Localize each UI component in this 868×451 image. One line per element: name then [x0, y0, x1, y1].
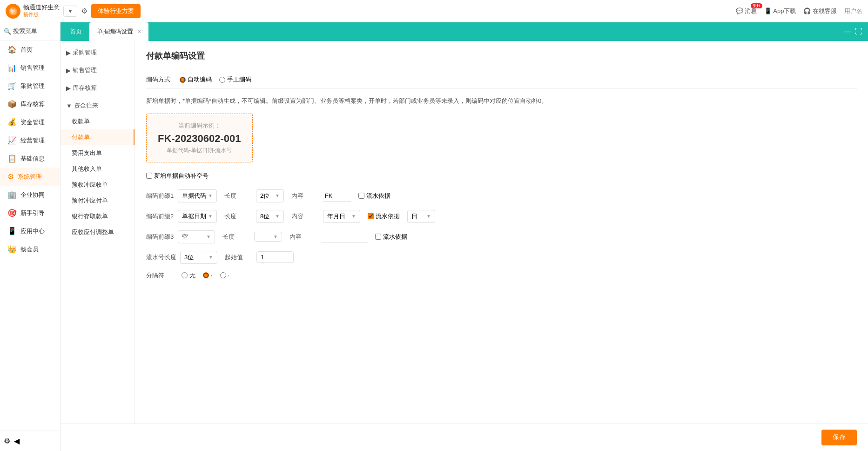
separator-dot-radio-input[interactable] [203, 272, 209, 278]
start-value-input[interactable] [256, 251, 294, 263]
online-service[interactable]: 🎧 在线客服 [803, 7, 837, 15]
sub-nav-purchase-header[interactable]: ▶ 采购管理 [61, 45, 135, 61]
search-icon: 🔍 [4, 28, 11, 35]
content3-label: 内容 [289, 233, 317, 241]
watermark3-checkbox[interactable]: 流水依据 [375, 233, 407, 241]
collapse-icon[interactable]: ◀ [14, 437, 20, 445]
serial-row: 流水号长度 3位 ▼ 起始值 [146, 251, 857, 264]
sub-nav-sales-header[interactable]: ▶ 销售管理 [61, 62, 135, 78]
search-menu[interactable]: 🔍 搜索菜单 [0, 22, 60, 40]
content-area: 首页 单据编码设置 × — ⛶ ▶ 采购管理 [61, 22, 868, 451]
length3-select[interactable]: ▼ [254, 232, 282, 242]
sidebar-item-home[interactable]: 🏠 首页 [0, 40, 60, 59]
arrow-right-icon2: ▶ [66, 67, 71, 74]
prefix2-select[interactable]: 单据日期 ▼ [178, 210, 217, 223]
length2-label: 长度 [224, 212, 252, 221]
content2-select[interactable]: 年月日 ▼ [323, 210, 360, 223]
sidebar-item-inventory[interactable]: 📦 库存核算 [0, 95, 60, 113]
watermark3-checkbox-input[interactable] [375, 234, 381, 240]
tab-close-icon[interactable]: × [138, 22, 141, 41]
tab-code-settings[interactable]: 单据编码设置 × [89, 22, 148, 41]
length1-select[interactable]: 2位 ▼ [256, 189, 284, 202]
sidebar-item-enterprise[interactable]: 🏢 企业协同 [0, 186, 60, 204]
arrow-right-icon: ▶ [66, 49, 71, 56]
separator-label: 分隔符 [146, 271, 174, 280]
sub-nav-bank-deposit[interactable]: 银行存取款单 [61, 209, 135, 224]
inventory-icon: 📦 [7, 100, 17, 108]
auto-fill-checkbox-input[interactable] [146, 173, 152, 179]
auto-fill-row: 新增单据自动补空号 [146, 172, 857, 180]
manual-code-radio[interactable]: 手工编码 [219, 75, 251, 84]
watermark2-unit-select[interactable]: 日 ▼ [407, 210, 435, 223]
logo-text-block: 畅通道好生意 插件版 [23, 4, 60, 18]
trial-button[interactable]: 体验行业方案 [91, 4, 141, 18]
save-button[interactable]: 保存 [821, 430, 857, 445]
svg-text:畅: 畅 [10, 8, 16, 14]
home-icon: 🏠 [7, 45, 17, 54]
prefix2-arrow-icon: ▼ [208, 214, 213, 219]
auto-code-radio-input[interactable] [180, 77, 186, 83]
sidebar-item-basic[interactable]: 📋 基础信息 [0, 149, 60, 168]
length1-field: 长度 2位 ▼ [224, 189, 284, 202]
start-value-label: 起始值 [225, 253, 253, 262]
watermark2-checkbox[interactable]: 流水依据 [368, 212, 400, 221]
sidebar-bottom: ⚙ ◀ [0, 431, 60, 451]
sidebar-item-system[interactable]: ⚙ 系统管理 [0, 168, 60, 186]
app-download[interactable]: 📱 App下载 [764, 7, 796, 15]
sub-nav-finance-header[interactable]: ▼ 资金往来 [61, 98, 135, 114]
content3-input[interactable] [321, 231, 368, 242]
sidebar-item-finance[interactable]: 💰 资金管理 [0, 113, 60, 131]
content1-input[interactable] [323, 190, 351, 202]
sidebar-item-sales[interactable]: 📊 销售管理 [0, 59, 60, 77]
settings-gear-icon[interactable]: ⚙ [81, 7, 87, 15]
content2-label: 内容 [291, 212, 319, 221]
message-area[interactable]: 💬 消息 99+ [736, 7, 757, 15]
separator-dot2-radio-input[interactable] [220, 272, 226, 278]
content1-label: 内容 [291, 192, 319, 200]
sidebar-item-apps[interactable]: 📱 应用中心 [0, 222, 60, 240]
service-icon: 🎧 [803, 7, 811, 14]
auto-fill-checkbox[interactable]: 新增单据自动补空号 [146, 172, 209, 180]
sub-nav-receipt[interactable]: 收款单 [61, 114, 135, 129]
auto-code-radio[interactable]: 自动编码 [180, 75, 212, 84]
separator-dot-radio[interactable]: · [203, 272, 213, 279]
serial-length-label: 流水号长度 [146, 253, 176, 262]
top-bar: 畅 畅通道好生意 插件版 ▼ ⚙ 体验行业方案 💬 消息 99+ 📱 App下载… [0, 0, 868, 22]
guide-icon: 🎯 [7, 209, 17, 217]
separator-dot2-radio[interactable]: · [220, 272, 230, 279]
window-minimize-btn[interactable]: — [844, 27, 851, 36]
prefix1-select[interactable]: 单据代码 ▼ [178, 189, 217, 202]
sub-nav-prepay-pay[interactable]: 预付冲应付单 [61, 193, 135, 209]
sidebar-item-member[interactable]: 👑 畅会员 [0, 240, 60, 258]
encoding-mode-label: 编码方式 [146, 75, 170, 84]
sub-nav-expense[interactable]: 费用支出单 [61, 145, 135, 161]
sub-nav-payable-adjust[interactable]: 应收应付调整单 [61, 224, 135, 240]
watermark1-checkbox[interactable]: 流水依据 [358, 192, 390, 200]
sub-nav-payment[interactable]: 付款单 [61, 129, 135, 145]
bottom-bar: 保存 [61, 424, 868, 451]
sub-nav-prepay-receive[interactable]: 预收冲应收单 [61, 177, 135, 193]
watermark2-unit-arrow-icon: ▼ [426, 214, 431, 219]
prefix3-select[interactable]: 空 ▼ [178, 230, 215, 243]
settings-bottom-icon[interactable]: ⚙ [4, 437, 10, 445]
separator-none-radio[interactable]: 无 [182, 271, 195, 280]
manual-code-radio-input[interactable] [219, 77, 225, 83]
sidebar-item-operation[interactable]: 📈 经营管理 [0, 131, 60, 149]
content3-field: 内容 [289, 231, 368, 242]
workspace-dropdown[interactable]: ▼ [63, 6, 77, 17]
sub-nav-other-income[interactable]: 其他收入单 [61, 161, 135, 177]
length2-select[interactable]: 8位 ▼ [256, 210, 284, 223]
watermark1-checkbox-input[interactable] [358, 193, 364, 199]
tab-home[interactable]: 首页 [62, 22, 89, 41]
window-maximize-btn[interactable]: ⛶ [855, 27, 862, 36]
sub-nav-inventory-header[interactable]: ▶ 库存核算 [61, 80, 135, 96]
user-info[interactable]: 用户名 [844, 7, 862, 15]
sidebar-item-purchase[interactable]: 🛒 采购管理 [0, 77, 60, 95]
basic-icon: 📋 [7, 154, 17, 163]
sidebar-item-guide[interactable]: 🎯 新手引导 [0, 204, 60, 222]
watermark2-checkbox-input[interactable] [368, 213, 374, 219]
serial-length-select[interactable]: 3位 ▼ [180, 251, 217, 264]
encoding-radio-group: 自动编码 手工编码 [180, 75, 251, 84]
top-bar-right: 💬 消息 99+ 📱 App下载 🎧 在线客服 用户名 [736, 7, 862, 15]
separator-none-radio-input[interactable] [182, 272, 188, 278]
